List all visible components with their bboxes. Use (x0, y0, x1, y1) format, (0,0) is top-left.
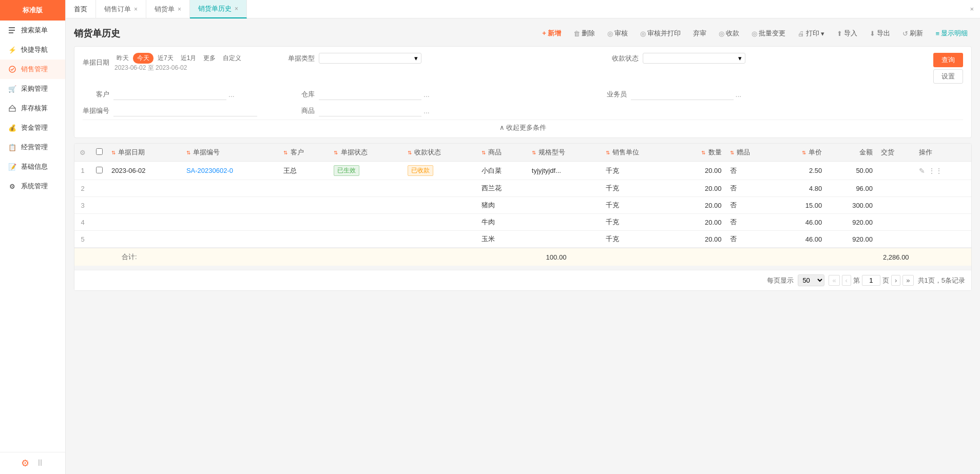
sidebar-item-sys-mgmt[interactable]: ⚙ 系统管理 (0, 176, 65, 196)
shortcut-more[interactable]: 更多 (200, 53, 219, 64)
shortcut-yesterday[interactable]: 昨天 (113, 53, 132, 64)
sidebar-item-finance[interactable]: 💰 资金管理 (0, 118, 65, 137)
doc-type-select[interactable]: ▾ (319, 53, 421, 64)
set-button[interactable]: 设置 (933, 69, 963, 84)
row-doc-no[interactable] (182, 180, 279, 197)
tab-bar-close-all[interactable]: × (964, 5, 980, 13)
tab-sales-order[interactable]: 销售订单 × (96, 0, 146, 18)
batch-change-button[interactable]: ◎ 批量变更 (747, 27, 790, 40)
row-action[interactable] (915, 231, 971, 248)
col-doc-date[interactable]: ⇅ 单据日期 (107, 144, 182, 162)
review-button[interactable]: ◎ 审核 (603, 27, 632, 40)
tab-sales-goods[interactable]: 销货单 × (146, 0, 190, 18)
customer-dots[interactable]: ... (228, 90, 235, 98)
shortcut-7days[interactable]: 近7天 (155, 53, 177, 64)
discard-button[interactable]: 弃审 (689, 27, 710, 40)
refresh-button[interactable]: ↺ 刷新 (898, 27, 927, 40)
row-doc-no[interactable] (182, 214, 279, 231)
staff-input[interactable] (631, 89, 734, 100)
col-qty[interactable]: ⇅ 数量 (676, 144, 726, 162)
row-doc-no[interactable] (182, 197, 279, 214)
row-action[interactable]: ✎⋮⋮ (915, 162, 971, 180)
row-action[interactable] (915, 180, 971, 197)
collect-button[interactable]: ◎ 收款 (715, 27, 743, 40)
sidebar-collapse-icon[interactable]: ⏸ (35, 458, 45, 469)
col-unit-price[interactable]: ⇅ 单价 (776, 144, 826, 162)
more-icon[interactable]: ⋮⋮ (928, 167, 943, 175)
row-checkbox-cell[interactable] (91, 231, 107, 248)
query-button[interactable]: 查询 (933, 53, 963, 67)
col-doc-no[interactable]: ⇅ 单据编号 (182, 144, 279, 162)
doc-no-link[interactable]: SA-20230602-0 (186, 167, 233, 174)
add-button[interactable]: + 新增 (538, 27, 565, 40)
sidebar-setting-icon[interactable]: ⚙ (21, 458, 29, 469)
pagination-nav: « ‹ 第 页 › » (829, 275, 913, 286)
shortcut-1month[interactable]: 近1月 (178, 53, 200, 64)
sidebar-item-quick-nav[interactable]: ⚡ 快捷导航 (0, 40, 65, 60)
import-button[interactable]: ⬆ 导入 (833, 27, 861, 40)
table-settings-header[interactable]: ⚙ (74, 144, 91, 162)
col-gift[interactable]: ⇅ 赠品 (726, 144, 776, 162)
print-button[interactable]: 🖨 打印 ▾ (794, 27, 829, 40)
row-action[interactable] (915, 197, 971, 214)
goods-dots[interactable]: ... (424, 107, 430, 115)
sidebar-item-inventory[interactable]: 库存核算 (0, 98, 65, 118)
shortcut-today[interactable]: 今天 (133, 53, 153, 64)
show-detail-button[interactable]: ≡ 显示明细 (931, 27, 972, 40)
summary-label: 合计: (81, 252, 229, 262)
review-print-button[interactable]: ◎ 审核并打印 (636, 27, 685, 40)
row-checkbox-cell[interactable] (91, 162, 107, 180)
shortcut-custom[interactable]: 自定义 (220, 53, 244, 64)
row-num: 4 (74, 214, 91, 231)
staff-dots[interactable]: ... (736, 90, 742, 98)
row-unit-price: 4.80 (776, 180, 826, 197)
row-doc-no[interactable]: SA-20230602-0 (182, 162, 279, 180)
tab-sales-history-close[interactable]: × (235, 5, 238, 12)
select-all-checkbox[interactable] (96, 148, 103, 155)
tab-sales-order-close[interactable]: × (134, 6, 138, 13)
col-unit[interactable]: ⇅ 销售单位 (602, 144, 676, 162)
last-page-button[interactable]: » (902, 275, 913, 286)
sidebar-item-purchase[interactable]: 🛒 采购管理 (0, 79, 65, 98)
delete-button[interactable]: 🗑 删除 (569, 27, 599, 40)
prev-page-button[interactable]: ‹ (842, 275, 851, 286)
horizontal-scrollbar[interactable] (74, 266, 971, 270)
sidebar-item-operations[interactable]: 📋 经营管理 (0, 137, 65, 157)
row-action[interactable] (915, 214, 971, 231)
page-number-input[interactable] (862, 275, 880, 286)
gear-icon[interactable]: ⚙ (80, 149, 86, 156)
row-checkbox-cell[interactable] (91, 180, 107, 197)
sidebar-item-sales[interactable]: 销售管理 (0, 60, 65, 79)
goods-input[interactable] (319, 105, 421, 116)
tab-home[interactable]: 首页 (66, 0, 96, 18)
col-spec[interactable]: ⇅ 规格型号 (528, 144, 602, 162)
col-collect-status[interactable]: ⇅ 收款状态 (403, 144, 477, 162)
tab-sales-goods-close[interactable]: × (178, 6, 181, 13)
warehouse-dots[interactable]: ... (424, 90, 430, 98)
row-checkbox-cell[interactable] (91, 197, 107, 214)
checkbox-header[interactable] (91, 144, 107, 162)
doc-no-input[interactable] (113, 105, 257, 116)
tab-sales-history[interactable]: 销货单历史 × (190, 0, 247, 18)
sidebar-item-search-menu[interactable]: 搜索菜单 (0, 21, 65, 40)
sidebar-item-basic-info[interactable]: 📝 基础信息 (0, 157, 65, 176)
col-customer[interactable]: ⇅ 客户 (279, 144, 330, 162)
collapse-filter-button[interactable]: ∧ 收起更多条件 (83, 120, 963, 135)
row-checkbox[interactable] (96, 167, 103, 173)
row-customer (279, 231, 330, 248)
next-page-button[interactable]: › (891, 275, 900, 286)
col-goods[interactable]: ⇅ 商品 (477, 144, 528, 162)
row-checkbox-cell[interactable] (91, 214, 107, 231)
row-gift: 否 (726, 180, 776, 197)
row-qty: 20.00 (676, 231, 726, 248)
row-doc-no[interactable] (182, 231, 279, 248)
edit-icon[interactable]: ✎ (919, 167, 925, 175)
customer-input[interactable] (113, 89, 226, 100)
warehouse-input[interactable] (319, 89, 421, 100)
col-doc-status[interactable]: ⇅ 单据状态 (330, 144, 403, 162)
first-page-button[interactable]: « (829, 275, 839, 286)
review-print-icon: ◎ (640, 30, 646, 37)
per-page-select[interactable]: 50 100 200 (798, 274, 824, 286)
export-button[interactable]: ⬇ 导出 (866, 27, 894, 40)
collect-status-select[interactable]: ▾ (643, 53, 745, 64)
